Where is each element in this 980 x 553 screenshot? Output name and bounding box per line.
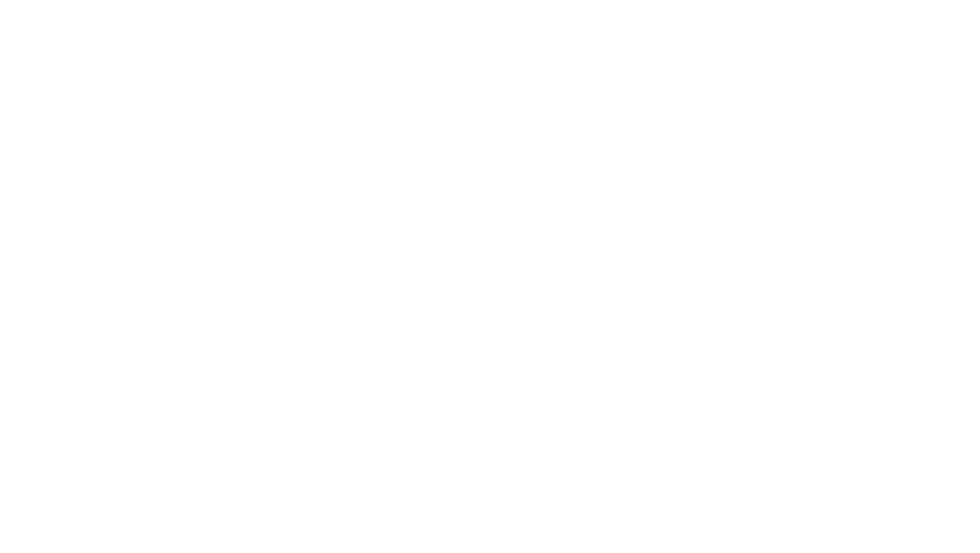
diagram-container — [0, 0, 980, 553]
connectors-svg — [0, 0, 980, 553]
